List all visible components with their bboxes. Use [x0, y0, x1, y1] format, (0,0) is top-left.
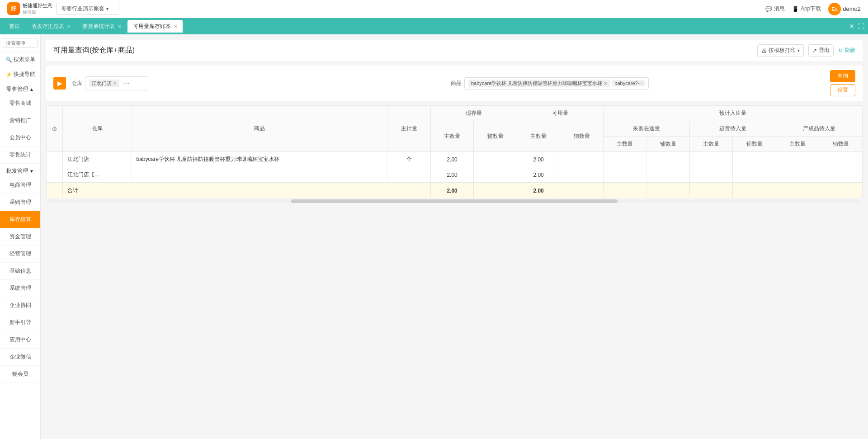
logo-text: 畅捷通好生意: [23, 2, 52, 9]
sidebar-search-area: [0, 34, 40, 52]
page-title: 可用量查询(按仓库+商品): [53, 46, 135, 55]
refresh-button[interactable]: ↻ 刷新: [838, 47, 855, 54]
tab-order-label: 要货单统计表: [82, 23, 115, 30]
th-available-main: 主数量: [517, 121, 560, 152]
table-row: 江北门店【... 2.00 2.00: [47, 167, 863, 183]
sidebar-item-retail-stats[interactable]: 零售统计: [0, 146, 40, 164]
td-settings-2: [47, 167, 63, 183]
td-footer-purchase-main: [603, 183, 646, 198]
warehouse-tag-jiangbei: 江北门店 ✕: [89, 80, 119, 87]
sidebar-item-marketing[interactable]: 营销推广: [0, 112, 40, 129]
setting-button[interactable]: 设置: [830, 84, 855, 96]
scrollbar-thumb[interactable]: [291, 199, 618, 203]
sidebar-item-member[interactable]: 畅会员: [0, 366, 40, 383]
td-purchase-sub-2: [646, 167, 690, 183]
sidebar-item-retail-mall[interactable]: 零售商城: [0, 95, 40, 112]
sidebar-item-new-guide[interactable]: 新手引导: [0, 314, 40, 331]
horizontal-scrollbar[interactable]: [46, 199, 863, 203]
top-header: 好 畅捷通好生意 标准版 母婴行业演示账套 ▾ 💬 消息 📱 App下载 Ea …: [0, 0, 868, 18]
td-production-sub-2: [819, 167, 863, 183]
sidebar-zero-retail-label: 零售管理: [6, 85, 28, 93]
tab-receipt-summary[interactable]: 收发存汇总表 ✕: [26, 20, 76, 33]
sidebar-item-quick-nav[interactable]: ⚡ 快捷导航: [0, 67, 40, 82]
member-label: 畅会员: [12, 371, 28, 377]
product-tag-1-close-icon[interactable]: ✕: [604, 81, 607, 86]
th-arriving-group: 进货待入量: [689, 121, 776, 137]
product-input[interactable]: babycare学饮杯 儿童防摔防撞吸管杯重力球吸嘴杯宝宝水杯 ✕ babyca…: [464, 77, 649, 90]
refresh-icon: ↻: [838, 47, 843, 54]
tab-bar-actions: ✕ ⛶: [849, 23, 864, 30]
sidebar-item-purchase[interactable]: 采购管理: [0, 194, 40, 211]
app-download-button[interactable]: 📱 App下载: [792, 5, 821, 13]
sidebar-item-system[interactable]: 系统管理: [0, 280, 40, 297]
td-available-main-2: 2.00: [517, 167, 560, 183]
sidebar-item-enterprise-wechat[interactable]: 企业微信: [0, 349, 40, 366]
export-button[interactable]: ↗ 导出: [808, 44, 834, 57]
sidebar-item-members[interactable]: 会员中心: [0, 129, 40, 146]
marketing-label: 营销推广: [9, 117, 31, 123]
table-footer-row: 合计 2.00 2.00: [47, 183, 863, 198]
td-purchase-main-2: [603, 167, 646, 183]
th-stock-main: 主数量: [430, 121, 474, 152]
td-footer-purchase-sub: [646, 183, 690, 198]
th-purchase-main: 主数量: [603, 137, 646, 152]
td-production-main-2: [776, 167, 819, 183]
query-button[interactable]: 查询: [830, 70, 855, 82]
enterprise-wechat-label: 企业微信: [9, 354, 31, 360]
tab-order-close-icon[interactable]: ✕: [118, 24, 121, 29]
td-arriving-main-2: [689, 167, 733, 183]
th-purchase-sub: 辅数量: [646, 137, 690, 152]
th-settings[interactable]: ⚙: [47, 106, 63, 152]
sidebar-item-operations[interactable]: 经营管理: [0, 245, 40, 263]
user-profile[interactable]: Ea demo2: [828, 3, 861, 15]
td-available-main-1: 2.00: [517, 152, 560, 167]
sidebar-item-finance[interactable]: 资金管理: [0, 228, 40, 245]
tab-order-stats[interactable]: 要货单统计表 ✕: [77, 20, 127, 33]
industry-selector[interactable]: 母婴行业演示账套 ▾: [56, 3, 119, 15]
sidebar-item-inventory[interactable]: 库存核算: [0, 211, 40, 228]
tab-available-ledger[interactable]: 可用量库存账本 ✕: [127, 20, 183, 33]
tab-receipt-close-icon[interactable]: ✕: [67, 24, 71, 29]
tab-available-close-icon[interactable]: ✕: [174, 24, 177, 29]
ecommerce-label: 电商管理: [9, 182, 31, 188]
warehouse-input[interactable]: 江北门店 ✕ ···: [85, 76, 148, 90]
table-row: 江北门店 babycare学饮杯 儿童防摔防撞吸管杯重力球吸嘴杯宝宝水杯 个 2…: [47, 152, 863, 167]
message-button[interactable]: 💬 消息: [765, 5, 785, 13]
table-container: ⚙ 仓库 商品 主计量 现存量: [46, 105, 863, 203]
print-icon: 🖨: [761, 47, 767, 54]
data-table: ⚙ 仓库 商品 主计量 现存量: [46, 105, 863, 198]
tab-close-all-icon[interactable]: ✕: [849, 23, 854, 30]
th-stock-sub: 辅数量: [474, 121, 517, 152]
retail-mall-label: 零售商城: [9, 100, 31, 106]
tab-home[interactable]: 首页: [4, 20, 25, 33]
sidebar-item-zero-retail[interactable]: 零售管理 ▲: [0, 82, 40, 95]
td-footer-production-main: [776, 183, 819, 198]
sidebar-item-enterprise[interactable]: 企业协同: [0, 297, 40, 314]
quick-nav-label: 快捷导航: [14, 71, 35, 78]
td-production-main-1: [776, 152, 819, 167]
tab-bar: 首页 收发存汇总表 ✕ 要货单统计表 ✕ 可用量库存账本 ✕ ✕ ⛶: [0, 18, 868, 34]
warehouse-tag-close-icon[interactable]: ✕: [113, 81, 117, 86]
gear-icon[interactable]: ⚙: [52, 125, 57, 132]
th-unit: 主计量: [387, 106, 431, 152]
sidebar-item-ecommerce[interactable]: 电商管理: [0, 177, 40, 194]
warehouse-filter-group: 仓库 江北门店 ✕ ···: [71, 76, 445, 90]
td-product-1: babycare学饮杯 儿童防摔防撞吸管杯重力球吸嘴杯宝宝水杯: [132, 152, 387, 167]
filter-toggle-button[interactable]: ▶: [53, 77, 66, 90]
template-print-button[interactable]: 🖨 按模板打印 ▾: [757, 44, 804, 57]
th-available-group: 可用量: [517, 106, 603, 121]
phone-icon: 📱: [792, 6, 799, 12]
sidebar-item-wholesale[interactable]: 批发管理 ▼: [0, 164, 40, 177]
sidebar-item-search-menu[interactable]: 🔍 搜索菜单: [0, 52, 40, 67]
warehouse-more-icon[interactable]: ···: [121, 79, 132, 88]
tab-home-label: 首页: [9, 23, 20, 30]
sidebar-search-label: 搜索菜单: [14, 56, 35, 63]
sidebar-item-base-info[interactable]: 基础信息: [0, 263, 40, 280]
td-purchase-sub-1: [646, 152, 690, 167]
message-icon: 💬: [765, 6, 772, 12]
td-unit-1: 个: [387, 152, 431, 167]
tab-expand-icon[interactable]: ⛶: [858, 23, 864, 30]
td-stock-sub-2: [474, 167, 517, 183]
search-input[interactable]: [3, 38, 38, 48]
sidebar-item-app-center[interactable]: 应用中心: [0, 331, 40, 349]
